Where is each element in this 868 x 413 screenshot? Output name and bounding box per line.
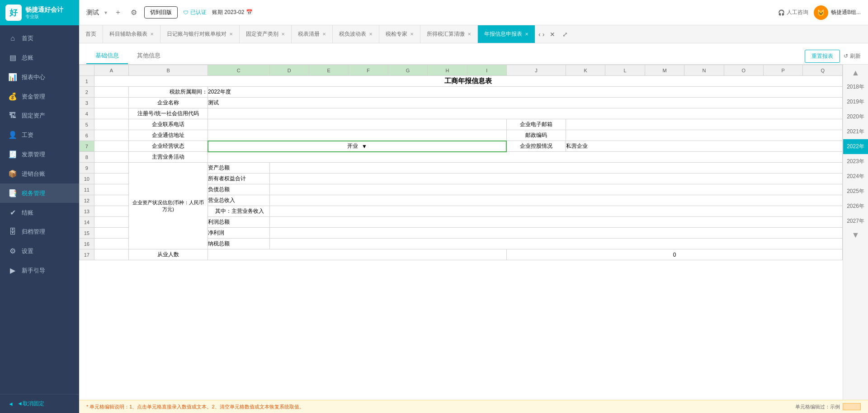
col-header-I[interactable]: I — [467, 65, 506, 76]
tab-fixed-close[interactable]: ✕ — [281, 32, 285, 37]
year-2027[interactable]: 2027年 — [843, 214, 868, 229]
year-2023[interactable]: 2023年 — [843, 154, 868, 169]
col-header-Q[interactable]: Q — [803, 65, 843, 76]
topbar-dropdown-arrow[interactable]: ▾ — [104, 9, 107, 16]
tab-taxform[interactable]: 税表清册 ✕ — [292, 25, 333, 43]
user-menu[interactable]: 🐱 畅捷通B组... — [814, 5, 861, 20]
cell-8c[interactable] — [208, 152, 843, 163]
tab-income[interactable]: 所得税汇算清缴 ✕ — [420, 25, 478, 43]
col-header-C[interactable]: C — [208, 65, 270, 76]
tab-taxwave-close[interactable]: ✕ — [369, 32, 373, 37]
cell-16d[interactable] — [269, 239, 842, 249]
cell-5k[interactable] — [566, 119, 843, 130]
cell-15d[interactable] — [269, 228, 842, 239]
tab-next-button[interactable]: › — [542, 31, 545, 38]
sidebar-item-tax[interactable]: 📑 税务管理 — [0, 183, 79, 203]
cell-8a[interactable] — [94, 152, 128, 163]
col-header-A[interactable]: A — [94, 65, 128, 76]
subtab-other[interactable]: 其他信息 — [128, 48, 170, 64]
cell-11d[interactable] — [269, 184, 842, 195]
tab-taxwave[interactable]: 税负波动表 ✕ — [333, 25, 379, 43]
tab-journal-close[interactable]: ✕ — [229, 32, 233, 37]
year-down-button[interactable]: ▼ — [843, 229, 868, 242]
cell-7a[interactable] — [94, 141, 128, 152]
year-2020[interactable]: 2020年 — [843, 109, 868, 124]
cell-3a[interactable] — [94, 98, 128, 108]
spreadsheet-main[interactable]: A B C D E F G H I J K L M — [79, 65, 843, 400]
sidebar-item-ledger[interactable]: ▤ 总账 — [0, 48, 79, 67]
tab-annual-close[interactable]: ✕ — [525, 32, 528, 37]
cell-5a[interactable] — [94, 119, 128, 130]
cell-13a[interactable] — [94, 206, 128, 217]
tab-aux[interactable]: 科目辅助余额表 ✕ — [103, 25, 160, 43]
sidebar-item-inout[interactable]: 📦 进销台账 — [0, 164, 79, 183]
tab-prev-button[interactable]: ‹ — [538, 31, 541, 38]
tab-close-all-button[interactable]: ✕ — [546, 31, 559, 38]
sidebar-item-settings[interactable]: ⚙ 设置 — [0, 241, 79, 261]
cell-14a[interactable] — [94, 217, 128, 228]
col-header-F[interactable]: F — [349, 65, 388, 76]
sidebar-item-payroll[interactable]: 👤 工资 — [0, 125, 79, 145]
cell-17c[interactable] — [208, 249, 507, 260]
cell-14d[interactable] — [269, 217, 842, 228]
year-2024[interactable]: 2024年 — [843, 169, 868, 184]
cell-6c[interactable] — [208, 130, 507, 141]
year-2022[interactable]: 2022年 — [843, 139, 868, 154]
col-header-E[interactable]: E — [309, 65, 348, 76]
col-header-H[interactable]: H — [428, 65, 467, 76]
cell-6k[interactable] — [566, 130, 843, 141]
cell-10a[interactable] — [94, 174, 128, 184]
year-2026[interactable]: 2026年 — [843, 199, 868, 214]
tab-taxform-close[interactable]: ✕ — [322, 32, 326, 37]
year-2019[interactable]: 2019年 — [843, 94, 868, 109]
col-header-N[interactable]: N — [684, 65, 724, 76]
tab-journal[interactable]: 日记账与银行对账单核对 ✕ — [160, 25, 240, 43]
col-header-O[interactable]: O — [724, 65, 763, 76]
tab-annual[interactable]: 年报信息申报表 ✕ — [478, 25, 535, 43]
tab-expand-button[interactable]: ⤢ — [561, 31, 570, 38]
year-2025[interactable]: 2025年 — [843, 184, 868, 199]
cell-16a[interactable] — [94, 239, 128, 249]
subtab-basic[interactable]: 基础信息 — [86, 48, 128, 64]
cell-15a[interactable] — [94, 228, 128, 239]
cell-17j[interactable]: 0 — [506, 249, 842, 260]
sidebar-item-archive[interactable]: 🗄 归档管理 — [0, 222, 79, 241]
tab-taxcheck-close[interactable]: ✕ — [410, 32, 414, 37]
year-up-button[interactable]: ▲ — [843, 66, 868, 80]
col-header-G[interactable]: G — [388, 65, 427, 76]
col-header-B[interactable]: B — [129, 65, 208, 76]
cell-7k[interactable]: 私营企业 — [566, 141, 843, 152]
sidebar-item-invoice[interactable]: 🧾 发票管理 — [0, 145, 79, 164]
old-version-button[interactable]: 切到旧版 — [144, 6, 178, 19]
tab-home[interactable]: 首页 — [79, 25, 103, 43]
tab-taxcheck[interactable]: 税检专家 ✕ — [379, 25, 420, 43]
cell-10d[interactable] — [269, 174, 842, 184]
sidebar-collapse[interactable]: ◄ ◄取消固定 — [0, 394, 79, 413]
tab-income-close[interactable]: ✕ — [467, 32, 471, 37]
cell-4a[interactable] — [94, 108, 128, 119]
cell-12a[interactable] — [94, 195, 128, 206]
col-header-J[interactable]: J — [506, 65, 566, 76]
cell-3c[interactable]: 测试 — [208, 98, 843, 108]
sidebar-item-home[interactable]: ⌂ 首页 — [0, 29, 79, 48]
cell-7c-dropdown[interactable]: 开业 ▼ — [208, 141, 507, 152]
sidebar-item-guide[interactable]: ▶ 新手引导 — [0, 261, 79, 280]
support-button[interactable]: 🎧 人工咨询 — [778, 9, 808, 16]
tab-fixed[interactable]: 固定资产类别 ✕ — [240, 25, 292, 43]
col-header-D[interactable]: D — [269, 65, 309, 76]
topbar-settings-icon[interactable]: ⚙ — [129, 6, 139, 19]
tab-aux-close[interactable]: ✕ — [150, 32, 154, 37]
cell-11a[interactable] — [94, 184, 128, 195]
reset-button[interactable]: 重置报表 — [805, 50, 840, 63]
refresh-button[interactable]: ↺ 刷新 — [844, 52, 861, 60]
sidebar-item-report[interactable]: 📊 报表中心 — [0, 67, 79, 87]
cell-6a[interactable] — [94, 130, 128, 141]
cell-12d[interactable] — [269, 195, 842, 206]
cell-9a[interactable] — [94, 163, 128, 174]
cell-17a[interactable] — [94, 249, 128, 260]
cell-5c[interactable] — [208, 119, 507, 130]
col-header-P[interactable]: P — [763, 65, 802, 76]
cell-9d[interactable] — [269, 163, 842, 174]
col-header-L[interactable]: L — [605, 65, 645, 76]
col-header-M[interactable]: M — [645, 65, 684, 76]
